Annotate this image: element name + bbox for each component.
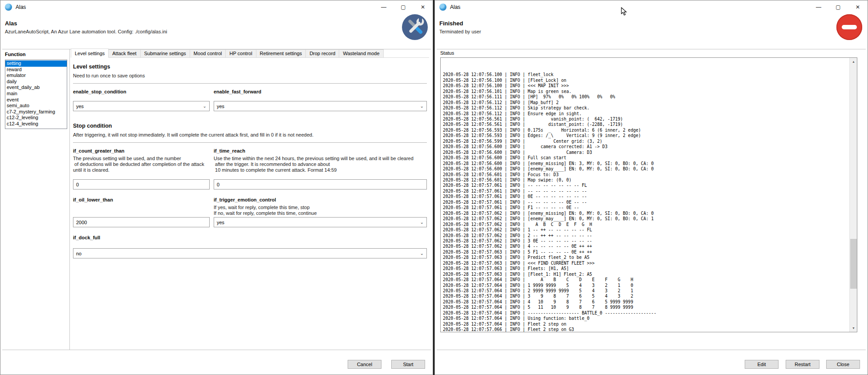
log-line: 2020-05-28 12:07:56.600 | INFO | [enemy_… [443, 161, 857, 166]
scroll-up-button[interactable]: ▲ [850, 58, 857, 65]
window-title: Alas [450, 4, 809, 10]
function-list[interactable]: setting reward emulator daily event_dail… [5, 60, 67, 129]
log-line: 2020-05-28 12:07:57.063 | INFO | <<< FIN… [443, 261, 857, 266]
field-enable-fast-forward: enable_fast_forward yes ⌄ [214, 84, 427, 111]
log-line: 2020-05-28 12:07:56.101 | INFO | Map is … [443, 89, 857, 94]
mouse-cursor-icon [621, 7, 627, 18]
log-line: 2020-05-28 12:07:57.062 | INFO | 2 -- ++… [443, 233, 857, 238]
maximize-button[interactable]: ▢ [828, 0, 848, 14]
log-line: 2020-05-28 12:07:57.061 | INFO | F1 -- -… [443, 205, 857, 210]
field-if-oil-lower-than: if_oil_lower_than [73, 190, 210, 227]
minimize-icon: — [816, 4, 821, 10]
log-line: 2020-05-28 12:07:57.062 | INFO | [enemy_… [443, 216, 857, 222]
log-line: 2020-05-28 12:07:56.600 | INFO | Full sc… [443, 155, 857, 161]
function-list-item[interactable]: c12-4_leveling [5, 121, 67, 127]
if-trigger-emotion-control-select[interactable]: yes ⌄ [214, 217, 427, 227]
page-subtitle: AzurLaneAutoScript, An Azur Lane automat… [5, 29, 167, 34]
titlebar[interactable]: Alas — ▢ ✕ [435, 0, 868, 14]
chevron-down-icon: ⌄ [203, 104, 207, 109]
window-title: Alas [16, 4, 374, 10]
stopped-icon [836, 14, 862, 40]
if-count-greater-than-input[interactable] [73, 179, 210, 190]
level-settings-form: Level settings Need to run once to save … [73, 57, 427, 258]
field-if-count-greater-than: if_count_greater_than The previous setti… [73, 143, 210, 190]
edit-button[interactable]: Edit [745, 360, 779, 369]
select-value: yes [217, 104, 224, 109]
field-desc-spacer [73, 205, 210, 216]
log-line: 2020-05-28 12:07:57.062 | INFO | 4 -- --… [443, 244, 857, 249]
log-line: 2020-05-28 12:07:57.064 | INFO | 1 9999 … [443, 283, 857, 288]
maximize-icon: ▢ [836, 4, 840, 10]
restart-button[interactable]: Restart [786, 360, 819, 369]
log-line: 2020-05-28 12:07:56.561 | INFO | vanish_… [443, 117, 857, 122]
log-line: 2020-05-28 12:07:57.064 | INFO | A B C D… [443, 277, 857, 282]
function-list-item[interactable]: semi_auto [5, 103, 67, 109]
scrollbar-thumb[interactable] [850, 239, 857, 289]
if-dock-full-select[interactable]: no ⌄ [73, 248, 427, 258]
function-list-item[interactable]: daily [5, 79, 67, 85]
function-list-item[interactable]: emulator [5, 73, 67, 79]
log-line: 2020-05-28 12:07:57.064 | INFO | 5 11 10… [443, 305, 857, 310]
titlebar[interactable]: Alas — ▢ ✕ [0, 0, 433, 14]
function-list-item[interactable]: main [5, 91, 67, 97]
minimize-button[interactable]: — [809, 0, 828, 14]
if-oil-lower-than-input[interactable] [73, 217, 210, 227]
log-line: 2020-05-28 12:07:56.112 | INFO | Skip st… [443, 105, 857, 111]
chevron-down-icon: ⌄ [420, 220, 424, 225]
sidebar-divider [69, 49, 70, 350]
close-action-button[interactable]: Close [826, 360, 860, 369]
maximize-button[interactable]: ▢ [393, 0, 413, 14]
log-line: 2020-05-28 12:07:57.063 | INFO | Fleets:… [443, 266, 857, 271]
field-label: enable_stop_condition [73, 89, 210, 94]
log-line: 2020-05-28 12:07:57.063 | INFO | Predict… [443, 255, 857, 260]
scroll-down-button[interactable]: ▼ [850, 324, 857, 332]
field-label: if_time_reach [214, 148, 427, 153]
field-if-trigger-emotion-control: if_trigger_emotion_control If yes, wait … [214, 190, 427, 227]
settings-tab[interactable]: Submarine settings [140, 49, 190, 57]
settings-tab[interactable]: Drop record [305, 49, 339, 57]
settings-tab[interactable]: Wasteland mode [339, 49, 383, 57]
maximize-icon: ▢ [401, 4, 406, 10]
app-logo-icon [5, 4, 12, 11]
close-button[interactable]: ✕ [848, 0, 868, 14]
start-button[interactable]: Start [391, 360, 425, 369]
alas-log-window: Alas — ▢ ✕ Finished Terminated by user S… [434, 0, 868, 375]
function-list-item[interactable]: reward [5, 67, 67, 73]
function-list-item[interactable]: setting [5, 60, 67, 67]
minimize-button[interactable]: — [374, 0, 393, 14]
log-line: 2020-05-28 12:07:57.063 | INFO | 5 F1 --… [443, 250, 857, 255]
field-if-time-reach: if_time_reach Use the time within the ne… [214, 143, 427, 190]
log-line: 2020-05-28 12:07:57.066 | INFO | Fleet_2… [443, 327, 857, 332]
log-output: 2020-05-28 12:07:56.100 | INFO | fleet_l… [440, 57, 857, 332]
settings-tab[interactable]: Mood control [190, 49, 226, 57]
field-desc: The previous setting will be used, and t… [73, 156, 210, 178]
function-list-item[interactable]: c7-2_mystery_farming [5, 109, 67, 115]
log-line: 2020-05-28 12:07:57.064 | INFO | Using f… [443, 316, 857, 321]
section-title-level-settings: Level settings [73, 64, 427, 70]
settings-tab[interactable]: Level settings [71, 48, 109, 58]
function-list-item[interactable]: event_daily_ab [5, 85, 67, 91]
cancel-button[interactable]: Cancel [348, 360, 381, 369]
select-value: yes [76, 104, 84, 109]
section-desc-level-settings: Need to run once to save options [73, 73, 427, 78]
log-line: 2020-05-28 12:07:57.064 | INFO | 4 10 9 … [443, 299, 857, 305]
settings-tab[interactable]: Retirement settings [256, 49, 306, 57]
field-label: if_trigger_emotion_control [214, 197, 427, 202]
log-line: 2020-05-28 12:07:56.600 | INFO | camera … [443, 144, 857, 149]
function-list-item[interactable]: event [5, 97, 67, 103]
settings-tab[interactable]: HP control [225, 49, 256, 57]
if-time-reach-input[interactable] [214, 179, 427, 190]
log-line: 2020-05-28 12:07:57.064 | INFO | Fleet 2… [443, 322, 857, 327]
status-panel-label: Status [440, 50, 454, 56]
enable-stop-condition-select[interactable]: yes ⌄ [73, 101, 210, 111]
enable-fast-forward-select[interactable]: yes ⌄ [214, 101, 427, 111]
chevron-down-icon: ⌄ [420, 104, 424, 109]
select-value: yes [217, 220, 224, 225]
settings-tab[interactable]: Attack fleet [108, 49, 140, 57]
status-subtitle: Terminated by user [439, 29, 481, 34]
log-line: 2020-05-28 12:07:57.061 | INFO | 0E -- -… [443, 194, 857, 199]
log-line: 2020-05-28 12:07:56.593 | INFO | Edges: … [443, 133, 857, 138]
log-scrollbar[interactable]: ▲ ▼ [849, 58, 857, 332]
close-button[interactable]: ✕ [413, 0, 433, 14]
function-list-item[interactable]: c12-2_leveling [5, 115, 67, 121]
